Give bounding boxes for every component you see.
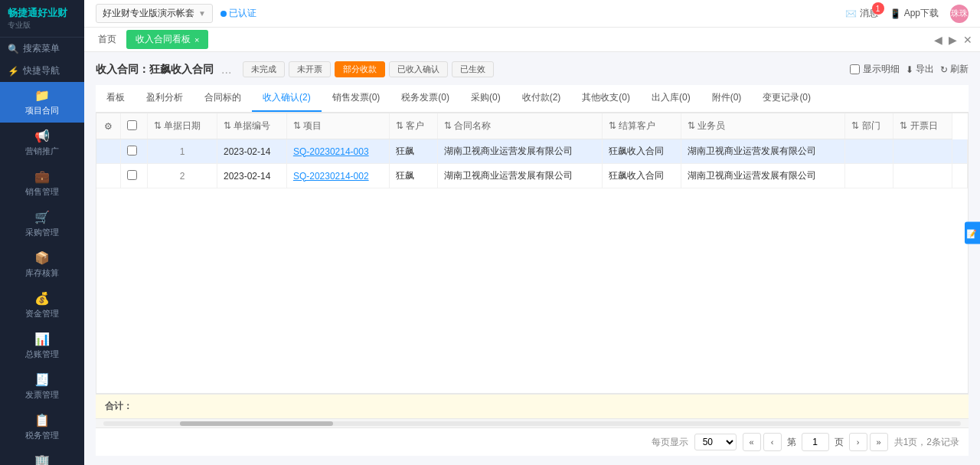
per-page-select[interactable]: 50 100 200 — [694, 434, 737, 450]
row-department — [893, 164, 952, 188]
sidebar-item-ledger[interactable]: 📊 总账管理 — [0, 326, 84, 366]
company-selector[interactable]: 好业财专业版演示帐套 ▼ — [96, 4, 213, 23]
tab-tax-invoice[interactable]: 税务发票(0) — [390, 85, 460, 112]
sidebar-item-marketing[interactable]: 📢 营销推广 — [0, 123, 84, 163]
status-confirmed[interactable]: 已收入确认 — [389, 61, 448, 77]
tab-attachments[interactable]: 附件(0) — [701, 85, 753, 112]
app-name: 畅捷通好业财 — [8, 6, 77, 20]
tab-kanban[interactable]: 看板 — [96, 85, 136, 112]
tab-profit[interactable]: 盈利分析 — [136, 85, 194, 112]
tab-warehouse[interactable]: 出入库(0) — [641, 85, 701, 112]
row-checkbox[interactable] — [121, 139, 148, 164]
sidebar-item-search[interactable]: 🔍 搜索菜单 — [0, 38, 84, 60]
more-options-button[interactable]: ... — [221, 63, 231, 77]
tabbar-active-tab[interactable]: 收入合同看板 × — [126, 30, 208, 49]
tab-payment[interactable]: 收付款(2) — [511, 85, 572, 112]
pagination: 每页显示 50 100 200 « ‹ 第 页 › » 共1页，2条记录 — [96, 427, 969, 456]
prev-page-button[interactable]: ‹ — [763, 433, 782, 451]
row-settings — [96, 139, 121, 164]
status-incomplete[interactable]: 未完成 — [243, 61, 285, 77]
tab-purchase[interactable]: 采购(0) — [460, 85, 511, 112]
status-uninvoiced[interactable]: 未开票 — [289, 61, 331, 77]
scroll-thumb[interactable] — [180, 421, 333, 426]
message-icon: ✉️ — [845, 8, 857, 19]
company-name: 好业财专业版演示帐套 — [103, 7, 194, 20]
sidebar-item-funds[interactable]: 💰 资金管理 — [0, 285, 84, 326]
main-content: 好业财专业版演示帐套 ▼ 已认证 ✉️ 1 消息 📱 App下载 珠珠 — [84, 0, 980, 465]
app-type: 专业版 — [8, 20, 77, 31]
sidebar-item-tax[interactable]: 📋 税务管理 — [0, 407, 84, 447]
sidebar-item-purchase[interactable]: 🛒 采购管理 — [0, 204, 84, 244]
settlement-column-header[interactable]: ⇅ 结算客户 — [602, 113, 681, 139]
table-row: 1 2023-02-14 SQ-20230214-003 狂飙 湖南卫视商业运营… — [96, 139, 968, 164]
billno-column-header[interactable]: ⇅ 单据编号 — [217, 113, 286, 139]
settings-column-header: ⚙ — [96, 113, 121, 139]
sidebar-item-assets[interactable]: 🏢 固定资产 — [0, 447, 84, 465]
records-table: ⚙ ⇅ 单据日期 ⇅ 单据编号 ⇅ 项目 — [96, 113, 968, 188]
show-detail-input[interactable] — [850, 64, 860, 74]
row-settlement: 湖南卫视商业运营发展有限公司 — [681, 139, 845, 164]
tabs-bar: 看板 盈利分析 合同标的 收入确认(2) 销售发票(0) 税务发票(0) 采购(… — [96, 85, 969, 113]
tabbar-controls: ◀ ▶ ✕ — [934, 34, 972, 46]
customer-column-header[interactable]: ⇅ 客户 — [390, 113, 438, 139]
salesperson-column-header[interactable]: ⇅ 业务员 — [681, 113, 845, 139]
invoicedate-column-header[interactable]: ⇅ 开票日 — [893, 113, 952, 139]
tab-next-icon[interactable]: ▶ — [949, 34, 957, 46]
row-billno[interactable]: SQ-20230214-002 — [286, 164, 389, 188]
tab-other-income[interactable]: 其他收支(0) — [571, 85, 641, 112]
sidebar-item-quicknav[interactable]: ⚡ 快捷导航 — [0, 60, 84, 82]
tab-sales-invoice[interactable]: 销售发票(0) — [322, 85, 391, 112]
sidebar: 畅捷通好业财 专业版 🔍 搜索菜单 ⚡ 快捷导航 📁 项目合同 📢 营销推广 💼… — [0, 0, 84, 465]
date-column-header[interactable]: ⇅ 单据日期 — [148, 113, 217, 139]
purchase-icon: 🛒 — [34, 210, 50, 224]
row-checkbox[interactable] — [121, 164, 148, 188]
tab-prev-icon[interactable]: ◀ — [934, 34, 942, 46]
tabbar-home[interactable]: 首页 — [92, 29, 122, 50]
sidebar-item-sales[interactable]: 💼 销售管理 — [0, 163, 84, 204]
show-detail-checkbox[interactable]: 显示明细 — [850, 63, 900, 76]
department-column-header[interactable]: ⇅ 部门 — [845, 113, 893, 139]
tab-revenue-confirm[interactable]: 收入确认(2) — [252, 85, 322, 112]
row-department — [893, 139, 952, 164]
tab-change-log[interactable]: 变更记录(0) — [752, 85, 822, 112]
row-contract: 狂飙收入合同 — [602, 139, 681, 164]
page-header: 收入合同：狂飙收入合同 ... 未完成 未开票 部分收款 已收入确认 已生效 显… — [96, 61, 969, 77]
tabbar: 首页 收入合同看板 × ◀ ▶ ✕ — [84, 28, 980, 52]
horizontal-scrollbar[interactable] — [96, 418, 969, 427]
row-num: 1 — [148, 139, 217, 164]
row-project: 狂飙 — [390, 139, 438, 164]
settings-icon[interactable]: ⚙ — [104, 121, 113, 132]
page-total: 共1页，2条记录 — [894, 436, 959, 449]
tab-close-icon[interactable]: ✕ — [963, 34, 972, 46]
contract-column-header[interactable]: ⇅ 合同名称 — [438, 113, 603, 139]
tab-contract-item[interactable]: 合同标的 — [194, 85, 252, 112]
page-label: 第 — [784, 436, 799, 449]
row-date: 2023-02-14 — [217, 164, 286, 188]
assets-icon: 🏢 — [34, 454, 50, 465]
sidebar-item-contracts[interactable]: 📁 项目合同 — [0, 82, 84, 123]
row-date: 2023-02-14 — [217, 139, 286, 164]
last-page-button[interactable]: » — [870, 433, 888, 451]
status-effective[interactable]: 已生效 — [452, 61, 494, 77]
select-all-checkbox[interactable] — [127, 120, 137, 130]
checkbox-column-header — [121, 113, 148, 139]
messages-button[interactable]: ✉️ 1 消息 — [845, 7, 878, 20]
page-input[interactable] — [802, 433, 829, 451]
topbar: 好业财专业版演示帐套 ▼ 已认证 ✉️ 1 消息 📱 App下载 珠珠 — [84, 0, 980, 28]
export-icon: ⬇ — [906, 64, 913, 75]
app-download-button[interactable]: 📱 App下载 — [890, 7, 939, 20]
status-partial-collection[interactable]: 部分收款 — [335, 61, 385, 77]
export-button[interactable]: ⬇ 导出 — [906, 63, 934, 76]
user-avatar-button[interactable]: 珠珠 — [950, 5, 969, 23]
refresh-button[interactable]: ↻ 刷新 — [940, 63, 969, 76]
next-page-button[interactable]: › — [849, 433, 867, 451]
certified-dot — [220, 11, 227, 17]
sidebar-item-inventory[interactable]: 📦 库存核算 — [0, 244, 84, 285]
sidebar-item-invoice[interactable]: 🧾 发票管理 — [0, 366, 84, 407]
tab-close-button[interactable]: × — [194, 35, 199, 44]
first-page-button[interactable]: « — [743, 433, 761, 451]
scroll-track — [103, 421, 961, 426]
side-note-button[interactable]: 📝 — [965, 221, 980, 244]
row-billno[interactable]: SQ-20230214-003 — [286, 139, 389, 164]
project-column-header[interactable]: ⇅ 项目 — [286, 113, 389, 139]
